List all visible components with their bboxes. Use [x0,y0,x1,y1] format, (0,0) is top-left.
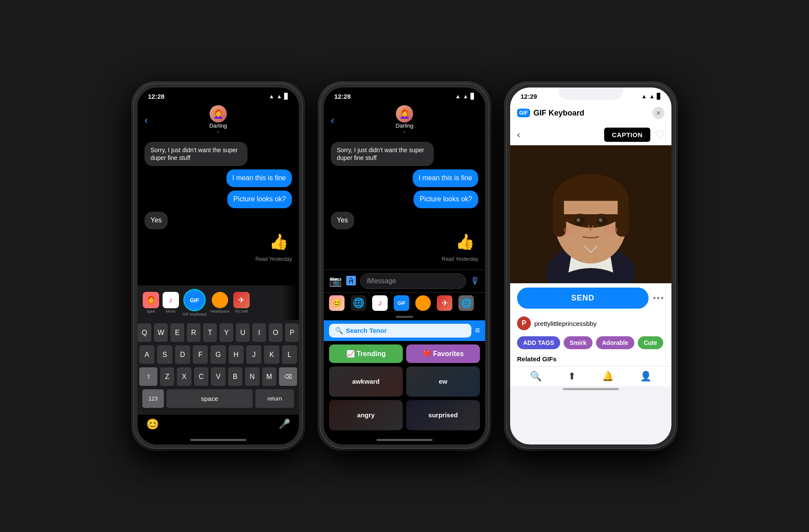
key-q[interactable]: Q [138,323,151,342]
app-icon-keyboard-2[interactable]: 🌐 [458,295,474,311]
gif-item-awkward[interactable]: awkward [329,366,403,397]
key-t[interactable]: T [203,323,217,342]
key-row-asdf: A S D F G H J K L [139,345,297,364]
emoji-key[interactable]: 😊 [146,418,159,430]
notch-2 [372,88,437,100]
key-x[interactable]: X [177,367,191,386]
heart-button-3[interactable]: ♡ [655,128,665,141]
key-space[interactable]: space [166,389,253,408]
search-nav-icon[interactable]: 🔍 [530,371,542,382]
filter-button-2[interactable]: ≡ [475,325,480,335]
app-icon-fly-delta[interactable]: ✈ Fly Delt [233,292,250,313]
add-tags-button-3[interactable]: ADD TAGS [517,336,560,349]
key-z[interactable]: Z [160,367,174,386]
caption-button-3[interactable]: CAPTION [604,128,650,142]
gif-item-ew[interactable]: ew [406,366,480,397]
app-icon-globe-2[interactable]: 🌐 [351,295,366,311]
back-button-1[interactable]: ‹ [144,114,148,126]
key-v[interactable]: V [211,367,225,386]
related-gifs-title-3: Related GIFs [510,352,671,366]
key-k[interactable]: K [264,345,279,364]
msg-outgoing-fine-1: I mean this is fine [226,169,292,187]
gif-keyboard-title-area-3: GIF GIF Keyboard [517,109,648,118]
key-shift[interactable]: ⇧ [139,367,157,386]
camera-button-2[interactable]: 📷 [329,275,342,287]
favorites-button-2[interactable]: ❤️ Favorites [406,344,480,363]
app-icon-ages[interactable]: 🧑‍🦰 ages [143,292,159,313]
gif-search-input-2[interactable]: 🔍 Search Tenor [329,324,471,338]
back-arrow-3[interactable]: ‹ [517,129,520,141]
gif-search-bar-2[interactable]: 🔍 Search Tenor ≡ [324,320,485,341]
key-a[interactable]: A [139,345,154,364]
key-p[interactable]: P [285,323,299,342]
send-button-3[interactable]: SEND [517,288,649,309]
key-c[interactable]: C [194,367,208,386]
adorable-tag-3[interactable]: Adorable [596,336,634,349]
back-button-2[interactable]: ‹ [331,114,334,126]
contact-chevron-2: › [404,129,405,135]
key-w[interactable]: W [154,323,168,342]
gif-item-angry[interactable]: angry [329,400,403,430]
profile-nav-icon[interactable]: 👤 [640,371,652,382]
contact-info-2[interactable]: 👩‍🦰 Darling › [395,105,413,135]
key-d[interactable]: D [175,345,190,364]
home-indicator-1 [190,439,246,441]
cute-tag-3[interactable]: Cute [638,336,663,349]
mic-key[interactable]: 🎤 [279,419,290,430]
key-s[interactable]: S [157,345,172,364]
app-icon-gif-2[interactable]: GIF [394,295,409,311]
key-g[interactable]: G [210,345,226,364]
gif-bottom-nav-3: 🔍 ⬆ 🔔 👤 [510,366,671,386]
key-backspace[interactable]: ⌫ [279,367,297,386]
trending-button-2[interactable]: 📈 Trending [329,344,403,363]
key-o[interactable]: O [269,323,282,342]
key-y[interactable]: Y [219,323,233,342]
key-h[interactable]: H [229,345,244,364]
gif-label: surprised [428,411,458,419]
key-123[interactable]: 123 [142,389,164,408]
audio-button-2[interactable]: 🎙 [470,275,480,287]
key-j[interactable]: J [246,345,261,364]
msg-incoming-yes-1: Yes [144,212,168,229]
search-placeholder-2: Search Tenor [346,327,387,334]
imessage-input-bar-2: 📷 🅰 iMessage 🎙 [324,269,485,292]
home-indicator-3 [563,388,619,390]
app-icon-memoji-2[interactable]: 😊 [329,295,345,311]
smirk-tag-3[interactable]: Smirk [564,336,593,349]
key-row-zxcv: ⇧ Z X C V B N M ⌫ [139,367,297,386]
imessage-header-1: ‹ 👩‍🦰 Darling › [138,102,299,138]
msg-incoming-yes-2: Yes [331,212,354,229]
key-l[interactable]: L [282,345,297,364]
status-icons-2: ▲ ▲ ▊ [455,93,475,100]
bell-nav-icon[interactable]: 🔔 [602,371,614,382]
appstore-button-2[interactable]: 🅰 [346,275,356,287]
key-i[interactable]: I [252,323,266,342]
key-f[interactable]: F [193,345,208,364]
gif-item-surprised[interactable]: surprised [406,400,480,430]
phone-3-outer: 12:29 ▲ ▲ ▊ GIF GIF Keyboard ✕ [504,81,677,451]
share-nav-icon[interactable]: ⬆ [568,371,576,382]
key-m[interactable]: M [262,367,276,386]
contact-info-1[interactable]: 👩‍🦰 Darling › [209,105,227,135]
key-b[interactable]: B [228,367,242,386]
creator-name-3: prettylittleprincessbby [534,320,596,327]
app-icon-headspace[interactable]: Headspace [210,292,230,313]
key-u[interactable]: U [236,323,250,342]
key-r[interactable]: R [187,323,201,342]
key-n[interactable]: N [245,367,259,386]
message-input-2[interactable]: iMessage [360,273,466,289]
app-icon-gif-keyboard[interactable]: GIF GIF Keyboard [182,289,207,316]
more-button-3[interactable]: ••• [653,293,665,303]
app-icon-delta-2[interactable]: ✈ [437,295,452,311]
app-icon-music-2[interactable]: ♪ [372,295,388,311]
close-button-3[interactable]: ✕ [652,107,665,119]
status-time-3: 12:29 [521,93,537,100]
read-timestamp-2: Read Yesterday [331,256,478,262]
key-e[interactable]: E [170,323,184,342]
gif-logo-3: GIF [517,109,530,117]
keyboard-1[interactable]: Q W E R T Y U I O P A S D [138,320,299,415]
send-area-3: SEND ••• [510,283,671,313]
app-icon-headspace-2[interactable] [415,295,431,311]
app-icon-music[interactable]: ♪ Music [163,292,179,313]
key-return[interactable]: return [255,389,294,408]
